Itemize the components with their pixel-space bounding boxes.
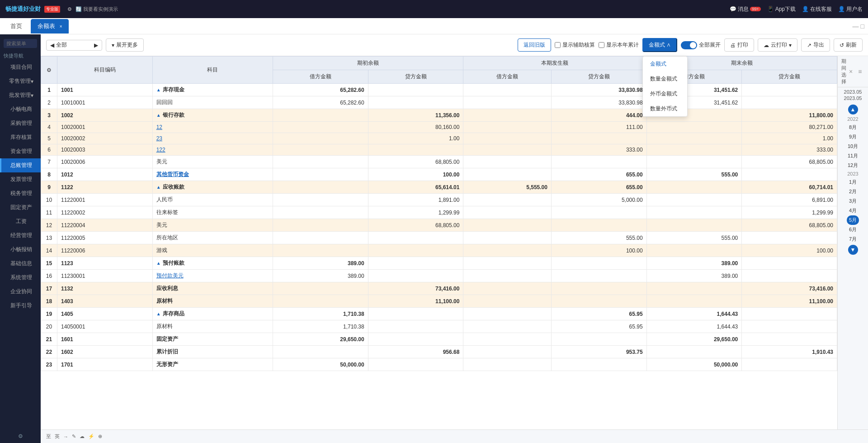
pd-debit xyxy=(463,320,552,333)
bottom-add[interactable]: ⊕ xyxy=(98,433,102,439)
sidebar-item-project[interactable]: 项目合同 xyxy=(0,60,41,74)
sidebar-item-tax[interactable]: 税务管理 xyxy=(0,186,41,200)
row-number: 1 xyxy=(41,84,57,96)
return-old-btn[interactable]: 返回旧版 xyxy=(518,38,551,52)
expand-icon[interactable]: ▲ xyxy=(156,113,162,118)
sidebar-item-wholesale[interactable]: 批发管理 ▾ xyxy=(0,88,41,102)
ytd-checkbox-input[interactable] xyxy=(599,42,604,48)
sidebar-item-fixed-assets[interactable]: 固定资产 xyxy=(0,200,41,214)
panel-expand-btn[interactable]: ≡ xyxy=(855,67,864,76)
online-service-btn[interactable]: 👤 在线客服 xyxy=(802,5,832,13)
tab-close-icon[interactable]: × xyxy=(60,24,62,29)
cloud-print-btn[interactable]: ☁ 云打印 ▾ xyxy=(758,38,797,52)
table-row: 710020006美元68,805.0068,805.00 xyxy=(41,156,837,168)
th-settings[interactable]: ⚙ xyxy=(41,57,57,84)
ob-debit: 65,282.60 xyxy=(273,96,368,109)
row-name[interactable]: 预付款美元 xyxy=(152,270,273,282)
row-name[interactable]: 122 xyxy=(152,144,273,156)
row-code: 10020003 xyxy=(57,144,153,156)
month-nav-down[interactable]: ▼ xyxy=(848,245,858,255)
sidebar-item-operations[interactable]: 经营管理 xyxy=(0,229,41,243)
export-btn[interactable]: ↗ 导出 xyxy=(801,38,830,52)
row-name: 原材料 xyxy=(152,295,273,308)
sidebar-item-system[interactable]: 系统管理 xyxy=(0,271,41,285)
sidebar-item-collab[interactable]: 企业协同 xyxy=(0,285,41,299)
bottom-at[interactable]: 至 xyxy=(46,433,51,440)
sidebar-item-ledger[interactable]: 总账管理 xyxy=(0,158,41,172)
pd-debit xyxy=(463,168,552,181)
month-item[interactable]: 7月 xyxy=(847,234,859,244)
ob-debit: 1,710.38 xyxy=(273,320,368,333)
pd-credit: 655.00 xyxy=(551,181,646,194)
pd-credit: 444.00 xyxy=(551,109,646,122)
month-item[interactable]: 11月 xyxy=(847,151,859,161)
subject-search-box[interactable]: ◀ ▶ xyxy=(46,40,102,51)
assist-checkbox-input[interactable] xyxy=(555,42,561,48)
bottom-edit[interactable]: ✎ xyxy=(72,433,76,439)
app-download-btn[interactable]: 📱 App下载 xyxy=(767,5,796,13)
show-ytd-checkbox[interactable]: 显示本年累计 xyxy=(599,41,639,49)
month-item[interactable]: 5月 xyxy=(847,215,859,225)
sidebar-item-payroll[interactable]: 工资 xyxy=(0,214,41,229)
eb-debit xyxy=(646,144,742,156)
user-avatar[interactable]: 👤 用户名 xyxy=(838,5,863,13)
view-mode-qty-amount[interactable]: 数量金额式 xyxy=(643,71,687,86)
sidebar-item-finance[interactable]: 资金管理 xyxy=(0,144,41,158)
demo-link[interactable]: 🔄 我要看实例演示 xyxy=(75,6,118,13)
refresh-btn[interactable]: ↺ 刷新 xyxy=(834,38,863,52)
month-nav-up[interactable]: ▲ xyxy=(848,105,858,114)
sidebar-item-expense[interactable]: 小畅报销 xyxy=(0,243,41,257)
bottom-arrow[interactable]: → xyxy=(63,434,68,439)
row-name[interactable]: 12 xyxy=(152,122,273,133)
config-icon[interactable]: ⚙ xyxy=(67,6,72,12)
expand-more-btn[interactable]: ▾ 展开更多 xyxy=(106,38,144,52)
sidebar-item-basic-info[interactable]: 基础信息 xyxy=(0,257,41,271)
view-mode-btn[interactable]: 金额式 ∧ xyxy=(642,38,677,52)
expand-icon[interactable]: ▲ xyxy=(156,261,162,266)
minimize-icon[interactable]: — xyxy=(853,23,859,30)
table-row: 231701无形资产50,000.0050,000.00 xyxy=(41,358,837,371)
sidebar-item-inventory[interactable]: 库存核算 xyxy=(0,130,41,144)
expand-icon[interactable]: ▲ xyxy=(156,185,162,190)
row-name[interactable]: 23 xyxy=(152,133,273,144)
expand-icon[interactable]: ▲ xyxy=(156,87,162,92)
bottom-cloud[interactable]: ☁ xyxy=(80,433,85,439)
month-item[interactable]: 8月 xyxy=(847,123,859,132)
bottom-lightning[interactable]: ⚡ xyxy=(88,433,94,439)
maximize-icon[interactable]: □ xyxy=(861,23,864,30)
sidebar-item-guide[interactable]: 新手引导 xyxy=(0,299,41,313)
view-mode-qty-currency[interactable]: 数量外币式 xyxy=(643,101,687,116)
row-code: 10020002 xyxy=(57,133,153,144)
expand-all-toggle[interactable]: 全部展开 xyxy=(681,41,721,49)
bottom-en[interactable]: 英 xyxy=(55,433,60,440)
row-name[interactable]: 其他货币资金 xyxy=(152,168,273,181)
panel-close-btn[interactable]: × xyxy=(846,67,855,76)
sidebar-settings-btn[interactable]: ⚙ xyxy=(0,429,41,443)
sidebar-item-invoice[interactable]: 发票管理 xyxy=(0,172,41,186)
month-item[interactable]: 1月 xyxy=(847,177,859,187)
search-input[interactable] xyxy=(4,39,37,48)
eb-credit: 100.00 xyxy=(742,244,837,257)
tab-home[interactable]: 首页 xyxy=(4,19,29,33)
month-item[interactable]: 10月 xyxy=(847,142,859,151)
message-btn[interactable]: 💬 消息 99+ xyxy=(730,5,760,13)
tab-balance[interactable]: 余额表 × xyxy=(31,19,69,33)
subject-search-input[interactable] xyxy=(56,42,92,48)
print-btn[interactable]: 🖨 打印 xyxy=(724,38,754,52)
show-assist-checkbox[interactable]: 显示辅助核算 xyxy=(555,41,595,49)
toggle-track[interactable] xyxy=(681,41,697,49)
month-item[interactable]: 2月 xyxy=(847,187,859,196)
month-item[interactable]: 6月 xyxy=(847,225,859,234)
sidebar-item-purchase[interactable]: 采购管理 xyxy=(0,116,41,130)
sidebar-item-ecom[interactable]: 小畅电商 xyxy=(0,102,41,116)
eb-debit: 1,644.43 xyxy=(646,320,742,333)
month-item[interactable]: 12月 xyxy=(847,161,859,170)
sidebar-item-retail[interactable]: 零售管理 ▾ xyxy=(0,74,41,88)
month-item[interactable]: 9月 xyxy=(847,132,859,142)
search-right-icon[interactable]: ▶ xyxy=(94,42,98,48)
month-item[interactable]: 4月 xyxy=(847,206,859,215)
view-mode-amount[interactable]: 金额式 xyxy=(643,57,687,71)
view-mode-currency-amount[interactable]: 外币金额式 xyxy=(643,86,687,101)
expand-icon[interactable]: ▲ xyxy=(156,311,162,316)
month-item[interactable]: 3月 xyxy=(847,196,859,206)
